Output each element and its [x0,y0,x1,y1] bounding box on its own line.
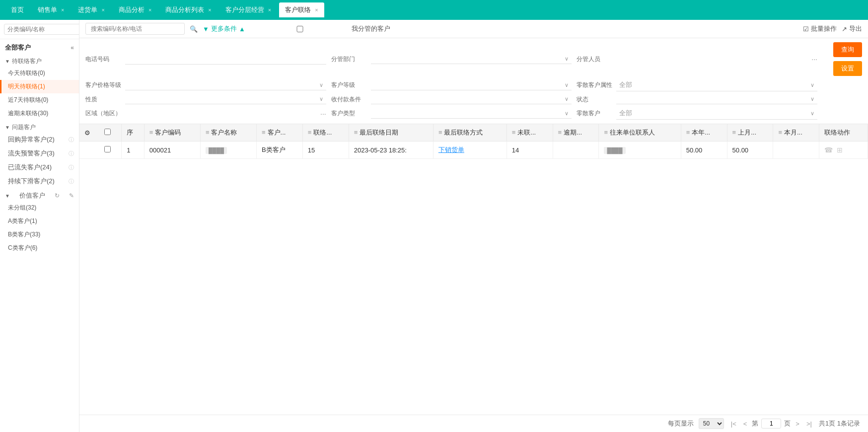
payment-select[interactable]: ∨ [371,94,572,104]
th-this-year: ≡本年... [681,124,727,142]
more-conditions-btn[interactable]: ▼ 更多条件 ▲ [203,24,245,33]
sidebar-group-value: 价值客户 ↻ ✎ [0,188,79,201]
customer-type-select[interactable]: ∨ [371,109,572,119]
filter-field-nature: 性质 ∨ [85,94,326,104]
search-icon[interactable]: 🔍 [190,25,198,33]
price-level-select[interactable]: ∨ [125,80,326,90]
sidebar-item-declining[interactable]: 持续下滑客户(2) ⓘ [0,174,79,188]
sidebar-item-tomorrow[interactable]: 明天待联络(1) [0,80,79,93]
status-select[interactable]: ∨ [616,94,817,104]
nav-tab-customer-contact[interactable]: 客户联络 × [279,2,324,17]
th-setting[interactable]: ⚙ [79,124,99,142]
row-checkbox[interactable] [104,146,111,152]
info-icon: ⓘ [69,164,74,171]
prev-page-btn[interactable]: < [741,419,749,429]
sidebar: 🔍 全部客户 « 待联络客户 今天待联络(0) 明天待联络(1) 近7天待联络(… [0,20,79,432]
chevron-down-icon: ∨ [810,96,814,102]
sidebar-search-input[interactable] [4,24,79,35]
search-input[interactable] [85,23,185,35]
close-icon[interactable]: × [148,7,151,13]
sidebar-item-class-b[interactable]: B类客户(33) [0,228,79,241]
top-nav: 首页 销售单 × 进货单 × 商品分析 × 商品分析列表 × 客户分层经营 × … [0,0,868,20]
settings-btn[interactable]: 设置 [833,61,862,76]
th-overdue: ≡逾期... [553,124,599,142]
close-icon[interactable]: × [101,7,104,13]
nature-select[interactable]: ∨ [125,94,326,104]
td-last-method[interactable]: 下销货单 [433,142,506,159]
edit-icon[interactable]: ✎ [69,192,74,199]
filter-field-phone: 电话号码 [85,54,326,65]
scattered-attr-select[interactable]: 全部 ∨ [616,79,817,91]
td-code: 000021 [144,142,200,159]
td-setting [79,142,99,159]
sidebar-item-churn-warning[interactable]: 流失预警客户(3) ⓘ [0,146,79,160]
my-customers-checkbox[interactable]: 我分管的客户 [250,24,390,33]
last-method-link[interactable]: 下销货单 [438,146,464,153]
filter-row-4: 区域（地区） ··· 客户类型 ∨ 零散客户 全部 ∨ [85,107,862,120]
query-btn[interactable]: 查询 [833,42,862,57]
sidebar-item-repurchase[interactable]: 回购异常客户(2) ⓘ [0,133,79,146]
filter-row-query: 查询 设置 [822,42,862,76]
export-btn[interactable]: ↗ 导出 [842,24,862,33]
nav-tab-analysis-list[interactable]: 商品分析列表 × [159,2,217,17]
td-checkbox[interactable] [99,142,122,159]
gear-icon: ⚙ [84,129,90,137]
scattered-select[interactable]: 全部 ∨ [616,107,817,120]
nav-tab-sales[interactable]: 销售单 × [32,2,70,17]
last-page-btn[interactable]: >| [804,419,814,429]
td-action: ☎ ⊞ [819,142,868,159]
chevron-down-icon: ∨ [565,96,569,102]
chevron-down-icon: ∨ [565,56,569,62]
batch-op-btn[interactable]: ☑ 批量操作 [803,24,837,33]
customer-level-select[interactable]: ∨ [371,80,572,90]
page-size-select[interactable]: 50 100 200 [699,418,724,429]
info-icon: ⓘ [69,178,74,185]
td-related: ████ [599,142,681,159]
customer-table: ⚙ 序 ≡客户编码 ≡客户名称 ≡客户... ≡联络... ≡最后联络日期 ≡最… [79,124,868,159]
nav-tab-customer-tier[interactable]: 客户分层经营 × [219,2,277,17]
next-page-btn[interactable]: > [794,419,801,429]
close-icon[interactable]: × [208,7,211,13]
sidebar-all-customers[interactable]: 全部客户 « [0,39,79,54]
td-this-month [773,142,819,159]
th-checkbox[interactable] [99,124,122,142]
first-page-btn[interactable]: |< [729,419,738,429]
th-type: ≡客户... [257,124,303,142]
close-icon[interactable]: × [268,7,271,13]
td-type: B类客户 [257,142,303,159]
filter-row-3: 性质 ∨ 收付款条件 ∨ 状态 [85,94,862,104]
page-input[interactable] [761,419,781,429]
refresh-icon[interactable]: ↻ [55,192,60,199]
dots-icon[interactable]: ··· [811,55,817,63]
nav-tab-analysis[interactable]: 商品分析 × [113,2,157,17]
main-layout: 🔍 全部客户 « 待联络客户 今天待联络(0) 明天待联络(1) 近7天待联络(… [0,20,868,432]
close-icon[interactable]: × [315,7,318,13]
select-all-checkbox[interactable] [104,129,111,135]
total-info: 共1页 1条记录 [819,419,860,428]
sidebar-item-class-a[interactable]: A类客户(1) [0,215,79,228]
sidebar-item-overdue[interactable]: 逾期未联络(30) [0,107,79,120]
sidebar-item-class-c[interactable]: C类客户(6) [0,241,79,255]
td-index: 1 [122,142,144,159]
sidebar-item-7days[interactable]: 近7天待联络(0) [0,93,79,107]
phone-input[interactable] [125,54,326,65]
phone-action-icon[interactable]: ☎ [824,146,833,154]
nav-tab-purchase[interactable]: 进货单 × [72,2,110,17]
td-name: ████ [200,142,256,159]
close-icon[interactable]: × [61,7,64,13]
sidebar-item-churned[interactable]: 已流失客户(24) ⓘ [0,160,79,174]
sidebar-item-today[interactable]: 今天待联络(0) [0,67,79,80]
filter-field-dept: 分管部门 ∨ [331,54,572,64]
nav-home[interactable]: 首页 [5,2,30,17]
td-not-linked: 14 [506,142,553,159]
dots-icon[interactable]: ··· [320,110,326,118]
chevron-left-icon[interactable]: « [71,44,74,51]
th-code: ≡客户编码 [144,124,200,142]
th-last-date: ≡最后联络日期 [349,124,433,142]
grid-action-icon[interactable]: ⊞ [837,146,843,154]
filter-bar-right: ☑ 批量操作 ↗ 导出 [803,24,862,33]
dept-select[interactable]: ∨ [371,54,572,64]
filter-bar: 🔍 ▼ 更多条件 ▲ 我分管的客户 ☑ 批量操作 ↗ 导出 [79,20,868,38]
chevron-up-icon: ▲ [239,25,245,33]
sidebar-item-ungroup[interactable]: 未分组(32) [0,201,79,215]
